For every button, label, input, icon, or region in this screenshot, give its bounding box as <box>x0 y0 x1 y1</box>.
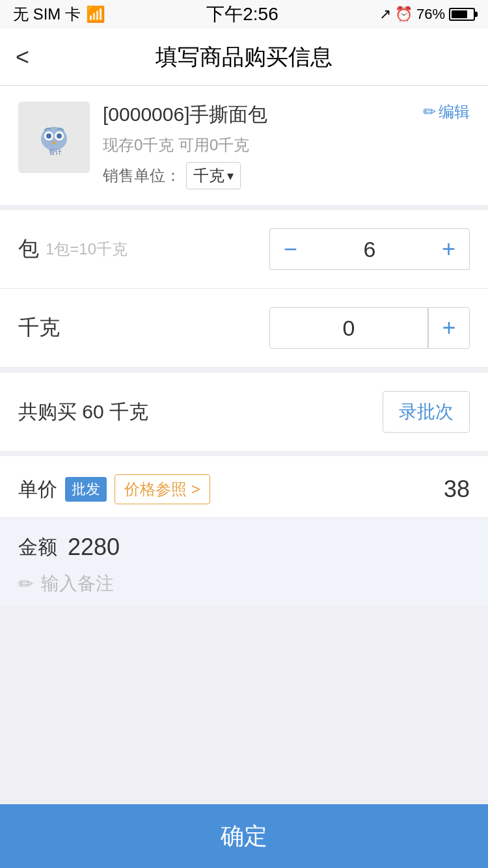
bao-row: 包 1包=10千克 − + <box>0 210 488 289</box>
edit-button[interactable]: ✏ 编辑 <box>423 102 470 122</box>
back-button[interactable]: < <box>16 44 29 71</box>
chevron-down-icon: ▾ <box>227 168 234 183</box>
alarm-icon: ⏰ <box>395 6 413 23</box>
amount-row: 金额 2280 <box>18 534 470 561</box>
quantity-section: 包 1包=10千克 − + 千克 + <box>0 210 488 368</box>
summary-text: 共购买 60 千克 <box>18 399 148 426</box>
page-title: 填写商品购买信息 <box>156 42 332 72</box>
kg-controls: + <box>269 307 470 349</box>
price-row: 单价 批发 价格参照 > 38 <box>18 474 470 504</box>
status-right: ↗ ⏰ 76% <box>379 6 475 23</box>
confirm-bar[interactable]: 确定 <box>0 804 488 868</box>
unit-label: 销售单位： <box>103 165 181 186</box>
product-unit-row: 销售单位： 千克 ▾ <box>103 162 470 189</box>
kg-input[interactable] <box>269 307 428 349</box>
amount-value: 2280 <box>68 534 120 561</box>
product-stock: 现存0千克 可用0千克 <box>103 135 470 156</box>
bao-input[interactable] <box>311 228 428 270</box>
pencil-icon: ✏ <box>18 573 33 595</box>
unit-selector[interactable]: 千克 ▾ <box>186 162 241 189</box>
wifi-icon: 📶 <box>86 5 105 23</box>
status-time: 下午2:56 <box>206 2 278 27</box>
confirm-button-label: 确定 <box>221 821 267 852</box>
batch-button[interactable]: 录批次 <box>383 391 470 433</box>
amount-label: 金额 <box>18 534 57 561</box>
price-ref-button[interactable]: 价格参照 > <box>115 474 210 504</box>
price-tag: 批发 <box>65 477 107 502</box>
price-label-group: 单价 批发 价格参照 > <box>18 474 210 504</box>
nav-bar: < 填写商品购买信息 <box>0 29 488 86</box>
product-info: [0000006]手撕面包 ✏ 编辑 现存0千克 可用0千克 销售单位： 千克 … <box>103 102 470 189</box>
location-icon: ↗ <box>379 6 391 23</box>
summary-section: 共购买 60 千克 录批次 <box>0 368 488 456</box>
status-bar: 无 SIM 卡 📶 下午2:56 ↗ ⏰ 76% <box>0 0 488 29</box>
kg-plus-button[interactable]: + <box>428 307 470 349</box>
svg-text:智计: 智计 <box>49 148 62 156</box>
bao-controls: − + <box>269 228 470 270</box>
product-card: 智计 [0000006]手撕面包 ✏ 编辑 现存0千克 可用0千克 销售单位： … <box>0 86 488 210</box>
bao-hint: 1包=10千克 <box>46 239 128 260</box>
status-left: 无 SIM 卡 📶 <box>13 4 105 25</box>
price-section: 单价 批发 价格参照 > 38 <box>0 456 488 518</box>
bao-minus-button[interactable]: − <box>269 228 311 270</box>
bao-plus-button[interactable]: + <box>428 228 470 270</box>
bao-label: 包 <box>18 235 39 264</box>
battery-percent: 76% <box>416 6 445 23</box>
kg-label: 千克 <box>18 314 60 342</box>
remark-placeholder: 输入备注 <box>41 571 114 596</box>
product-logo-icon: 智计 <box>34 118 74 157</box>
edit-icon: ✏ <box>423 103 436 121</box>
price-label: 单价 <box>18 476 57 503</box>
amount-section: 金额 2280 ✏ 输入备注 <box>0 518 488 606</box>
carrier-text: 无 SIM 卡 <box>13 4 81 25</box>
battery-icon <box>449 8 475 21</box>
remark-row[interactable]: ✏ 输入备注 <box>18 571 470 596</box>
svg-point-4 <box>57 133 62 139</box>
product-image: 智计 <box>18 102 90 173</box>
svg-point-3 <box>46 133 51 139</box>
kg-row: 千克 + <box>0 289 488 368</box>
price-value: 38 <box>444 476 470 503</box>
product-name: [0000006]手撕面包 <box>103 102 423 128</box>
